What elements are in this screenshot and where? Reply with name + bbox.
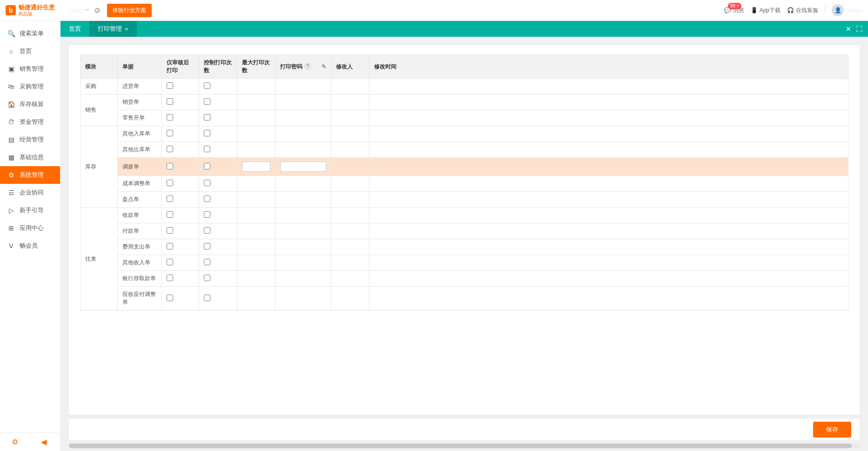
sidebar-item-0[interactable]: 🔍搜索菜单	[0, 25, 60, 42]
control-times-checkbox[interactable]	[204, 114, 210, 121]
experience-button[interactable]: 体验行业方案	[107, 4, 152, 17]
sidebar-item-label: 资金管理	[20, 118, 44, 126]
only-audited-checkbox[interactable]	[167, 195, 173, 202]
table-row: 盘点单	[81, 192, 848, 208]
sidebar-icon: ⏱	[7, 118, 15, 126]
modify-time-cell	[370, 255, 848, 271]
print-settings-table: 模块 单据 仅审核后打印 控制打印次数 最大打印次数 打印密码 ? ✎	[80, 54, 848, 310]
sidebar-item-1[interactable]: ⌂首页	[0, 42, 60, 60]
scrollbar-thumb[interactable]	[69, 444, 852, 448]
sidebar-item-3[interactable]: 🛍采购管理	[0, 78, 60, 95]
control-times-cell	[199, 287, 237, 310]
only-audited-checkbox[interactable]	[167, 114, 173, 121]
online-service-label: 在线客服	[796, 7, 818, 14]
tab-1[interactable]: 打印管理×	[89, 21, 137, 37]
only-audited-checkbox[interactable]	[167, 211, 173, 218]
max-times-cell	[237, 192, 276, 208]
control-times-cell	[199, 158, 237, 176]
save-button[interactable]: 保存	[813, 422, 851, 438]
user-menu[interactable]: 👤 ———	[832, 4, 862, 16]
max-times-cell	[237, 142, 276, 158]
max-times-cell	[237, 110, 276, 126]
sidebar-item-11[interactable]: ⊞应用中心	[0, 219, 60, 237]
sidebar-settings-icon[interactable]: ⚙	[12, 438, 18, 446]
password-cell	[276, 158, 331, 176]
chevron-down-icon: ﹀	[85, 7, 90, 14]
control-times-checkbox[interactable]	[204, 227, 210, 234]
control-times-checkbox[interactable]	[204, 180, 210, 186]
control-times-cell	[199, 142, 237, 158]
modify-time-cell	[370, 223, 848, 239]
edit-icon[interactable]: ✎	[322, 63, 326, 70]
only-audited-checkbox[interactable]	[167, 180, 173, 186]
only-audited-checkbox[interactable]	[167, 146, 173, 152]
max-times-cell	[237, 271, 276, 287]
max-times-cell	[237, 287, 276, 310]
control-times-checkbox[interactable]	[204, 82, 210, 89]
only-audited-checkbox[interactable]	[167, 295, 173, 301]
max-times-cell	[237, 94, 276, 110]
only-audited-checkbox[interactable]	[167, 98, 173, 105]
control-times-checkbox[interactable]	[204, 130, 210, 136]
only-audited-cell	[162, 176, 199, 192]
avatar-icon: 👤	[832, 4, 844, 16]
sidebar-item-9[interactable]: ☰企业协同	[0, 184, 60, 202]
password-cell	[276, 176, 331, 192]
message-link[interactable]: 💬 消息 99 +	[724, 7, 744, 14]
online-service-link[interactable]: 🎧 在线客服	[787, 7, 818, 14]
doc-cell: 其他入库单	[118, 126, 162, 142]
control-times-checkbox[interactable]	[204, 195, 210, 202]
control-times-checkbox[interactable]	[204, 295, 210, 301]
fullscreen-icon[interactable]: ⛶	[856, 25, 862, 33]
main-area: 首页打印管理× ✕ ⛶ 模块 单据	[61, 21, 868, 451]
control-times-checkbox[interactable]	[204, 163, 210, 169]
sidebar-item-4[interactable]: 🏠库存核算	[0, 95, 60, 113]
only-audited-checkbox[interactable]	[167, 163, 173, 169]
sidebar-item-8[interactable]: ⚙系统管理	[0, 166, 60, 184]
control-times-checkbox[interactable]	[204, 259, 210, 265]
sidebar-collapse-icon[interactable]: ◀·	[41, 438, 48, 446]
doc-cell: 费用支出单	[118, 239, 162, 255]
control-times-checkbox[interactable]	[204, 243, 210, 249]
modifier-cell	[331, 158, 370, 176]
tab-close-all-icon[interactable]: ✕	[846, 25, 851, 33]
horizontal-scrollbar[interactable]	[69, 444, 860, 448]
control-times-cell	[199, 271, 237, 287]
only-audited-checkbox[interactable]	[167, 227, 173, 234]
control-times-checkbox[interactable]	[204, 98, 210, 105]
max-times-input[interactable]	[242, 162, 270, 172]
only-audited-cell	[162, 239, 199, 255]
sidebar-item-7[interactable]: ▦基础信息	[0, 148, 60, 166]
control-times-cell	[199, 223, 237, 239]
max-times-cell	[237, 239, 276, 255]
table-row: 采购进货单	[81, 79, 848, 94]
org-dropdown[interactable]: —— ﹀	[61, 7, 90, 14]
only-audited-checkbox[interactable]	[167, 130, 173, 136]
control-times-checkbox[interactable]	[204, 275, 210, 281]
tab-close-icon[interactable]: ×	[125, 26, 128, 33]
only-audited-checkbox[interactable]	[167, 275, 173, 281]
logo-area: b 畅捷通好生意 精品版	[6, 3, 61, 17]
only-audited-checkbox[interactable]	[167, 82, 173, 89]
tab-0[interactable]: 首页	[61, 21, 89, 37]
app-download-link[interactable]: 📱 App下载	[751, 7, 781, 14]
control-times-checkbox[interactable]	[204, 211, 210, 218]
only-audited-checkbox[interactable]	[167, 259, 173, 265]
top-right-actions: 💬 消息 99 + 📱 App下载 🎧 在线客服 👤 ———	[724, 4, 862, 16]
logo-icon: b	[6, 5, 16, 15]
control-times-checkbox[interactable]	[204, 146, 210, 152]
password-input[interactable]	[280, 162, 326, 172]
doc-cell: 成本调整单	[118, 176, 162, 192]
settings-icon[interactable]: ⚙	[94, 6, 101, 15]
sidebar-item-10[interactable]: ▷新手引导	[0, 202, 60, 219]
sidebar-item-2[interactable]: ▣销售管理	[0, 60, 60, 78]
only-audited-checkbox[interactable]	[167, 243, 173, 249]
sidebar-icon: V	[7, 242, 15, 249]
th-doc: 单据	[118, 55, 162, 79]
sidebar-item-5[interactable]: ⏱资金管理	[0, 113, 60, 131]
divider	[825, 6, 825, 14]
help-icon[interactable]: ?	[304, 63, 311, 70]
sidebar-item-12[interactable]: V畅会员	[0, 237, 60, 255]
sidebar-item-6[interactable]: ▤经营管理	[0, 131, 60, 148]
modifier-cell	[331, 287, 370, 310]
